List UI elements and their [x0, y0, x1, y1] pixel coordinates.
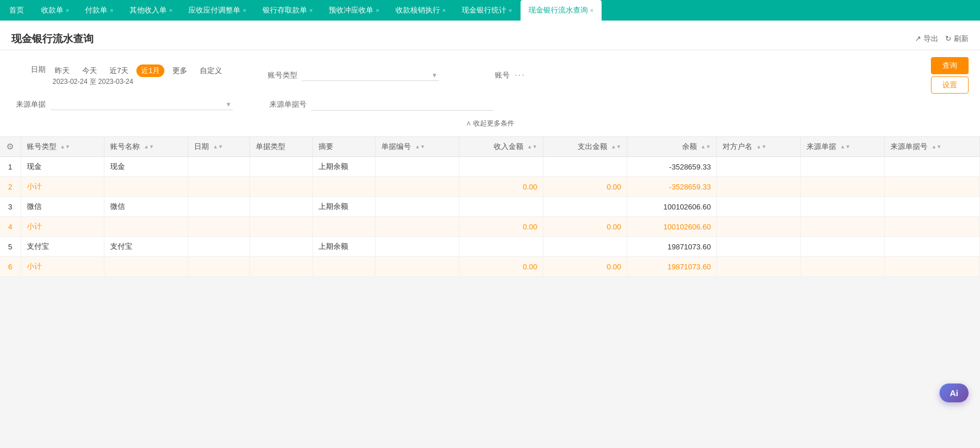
- export-button[interactable]: ↗ 导出: [915, 34, 938, 44]
- table-cell: [313, 257, 376, 277]
- table-cell: [250, 217, 313, 237]
- sort-icon[interactable]: ▲▼: [213, 144, 223, 150]
- close-icon[interactable]: ×: [309, 0, 313, 21]
- col-income: 收入金额 ▲▼: [459, 137, 543, 157]
- date-label: 日期: [11, 64, 46, 75]
- table-row: 5支付宝支付宝上期余额19871073.60: [0, 237, 980, 257]
- col-doc-type: 单据类型: [250, 137, 313, 157]
- table-cell: [801, 237, 885, 257]
- close-icon[interactable]: ×: [66, 0, 69, 21]
- table-row: 1现金现金上期余额-3528659.33: [0, 157, 980, 177]
- sort-icon[interactable]: ▲▼: [756, 144, 767, 150]
- table-cell: 微信: [21, 197, 104, 217]
- date-opt-7days[interactable]: 近7天: [105, 64, 133, 77]
- close-icon[interactable]: ×: [509, 0, 512, 21]
- close-icon[interactable]: ×: [110, 0, 113, 21]
- table-cell: [543, 157, 627, 177]
- close-icon[interactable]: ×: [243, 0, 246, 21]
- table-cell: [188, 237, 250, 257]
- source-doc-no-input[interactable]: [311, 98, 494, 111]
- sort-icon[interactable]: ▲▼: [144, 144, 154, 150]
- sort-icon[interactable]: ▲▼: [931, 144, 942, 150]
- table-cell: -3528659.33: [627, 157, 717, 177]
- table-cell: [801, 217, 885, 237]
- nav-tab-现金银行流水查询[interactable]: 现金银行流水查询 ×: [521, 0, 602, 21]
- settings-button[interactable]: 设置: [931, 76, 969, 94]
- date-opt-1month[interactable]: 近1月: [136, 64, 164, 77]
- nav-home[interactable]: 首页: [0, 0, 33, 21]
- table-cell: [188, 157, 250, 177]
- table-cell: 4: [0, 217, 21, 237]
- date-opt-today[interactable]: 今天: [78, 64, 102, 77]
- table-cell: 0.00: [543, 217, 627, 237]
- table-cell: 2: [0, 177, 21, 197]
- table-cell: [459, 197, 543, 217]
- sort-icon[interactable]: ▲▼: [527, 144, 538, 150]
- table-cell: [717, 157, 801, 177]
- date-opt-custom[interactable]: 自定义: [195, 64, 227, 77]
- filter-area: 日期 昨天 今天 近7天 近1月 更多 自定义 2023-02-24 至 202…: [0, 50, 980, 137]
- account-type-select[interactable]: ▾: [302, 70, 439, 81]
- nav-tab-银行存取款单[interactable]: 银行存取款单 ×: [255, 0, 321, 21]
- col-account-name: 账号名称 ▲▼: [104, 137, 188, 157]
- nav-tab-应收应付调整单[interactable]: 应收应付调整单 ×: [180, 0, 254, 21]
- close-icon[interactable]: ×: [442, 0, 446, 21]
- table-cell: [250, 197, 313, 217]
- table-cell: [885, 237, 980, 257]
- source-doc-no-label: 来源单据号: [269, 99, 306, 110]
- close-icon[interactable]: ×: [376, 0, 379, 21]
- gear-icon[interactable]: ⚙: [6, 142, 14, 151]
- sort-icon[interactable]: ▲▼: [840, 144, 850, 150]
- header-actions: ↗ 导出 ↻ 刷新: [915, 34, 969, 44]
- filter-row-date: 日期 昨天 今天 近7天 近1月 更多 自定义 2023-02-24 至 202…: [11, 57, 969, 94]
- account-dots[interactable]: ···: [514, 70, 525, 80]
- table-cell: -3528659.33: [627, 177, 717, 197]
- sort-icon[interactable]: ▲▼: [60, 144, 70, 150]
- table-cell: [188, 217, 250, 237]
- col-counterparty: 对方户名 ▲▼: [717, 137, 801, 157]
- date-opt-more[interactable]: 更多: [168, 64, 192, 77]
- table-cell: [885, 177, 980, 197]
- table-cell: [188, 257, 250, 277]
- sort-icon[interactable]: ▲▼: [611, 144, 621, 150]
- refresh-button[interactable]: ↻ 刷新: [945, 34, 969, 44]
- nav-tab-预收冲应收单[interactable]: 预收冲应收单 ×: [321, 0, 387, 21]
- table-cell: 现金: [21, 157, 104, 177]
- query-button[interactable]: 查询: [931, 57, 969, 74]
- col-source-doc: 来源单据 ▲▼: [801, 137, 885, 157]
- table-cell: 上期余额: [313, 237, 376, 257]
- nav-tab-收款核销执行[interactable]: 收款核销执行 ×: [388, 0, 454, 21]
- table-cell: 5: [0, 237, 21, 257]
- table-cell: 小计: [21, 177, 104, 197]
- filter-row-source: 来源单据 ▾ 来源单据号: [11, 98, 969, 111]
- table-cell: [376, 157, 459, 177]
- sort-icon[interactable]: ▲▼: [415, 144, 425, 150]
- table-cell: [459, 157, 543, 177]
- nav-tab-现金银行统计[interactable]: 现金银行统计 ×: [454, 0, 520, 21]
- close-icon[interactable]: ×: [590, 0, 594, 21]
- table-cell: [104, 257, 188, 277]
- table-cell: [188, 197, 250, 217]
- refresh-icon: ↻: [945, 34, 951, 43]
- table-cell: [543, 237, 627, 257]
- table-cell: 1: [0, 157, 21, 177]
- date-opt-yesterday[interactable]: 昨天: [50, 64, 74, 77]
- col-settings[interactable]: ⚙: [0, 137, 21, 157]
- nav-tab-付款单[interactable]: 付款单 ×: [77, 0, 121, 21]
- close-icon[interactable]: ×: [169, 0, 172, 21]
- table-cell: 100102606.60: [627, 217, 717, 237]
- source-doc-select[interactable]: ▾: [50, 99, 233, 110]
- col-balance: 余额 ▲▼: [627, 137, 717, 157]
- nav-tab-收款单[interactable]: 收款单 ×: [33, 0, 77, 21]
- table-header-row: ⚙ 账号类型 ▲▼ 账号名称 ▲▼ 日期 ▲▼ 单据类型 摘要 单据编号: [0, 137, 980, 157]
- sort-icon[interactable]: ▲▼: [701, 144, 711, 150]
- page-header: 现金银行流水查询 ↗ 导出 ↻ 刷新: [0, 21, 980, 50]
- col-expense: 支出金额 ▲▼: [543, 137, 627, 157]
- collapse-bar[interactable]: ∧ 收起更多条件: [11, 115, 969, 130]
- source-doc-label: 来源单据: [11, 99, 46, 110]
- nav-tab-其他收入单[interactable]: 其他收入单 ×: [122, 0, 180, 21]
- table-cell: 100102606.60: [627, 197, 717, 217]
- table-cell: 0.00: [459, 177, 543, 197]
- table-row: 2小计0.000.00-3528659.33: [0, 177, 980, 197]
- table-cell: [885, 217, 980, 237]
